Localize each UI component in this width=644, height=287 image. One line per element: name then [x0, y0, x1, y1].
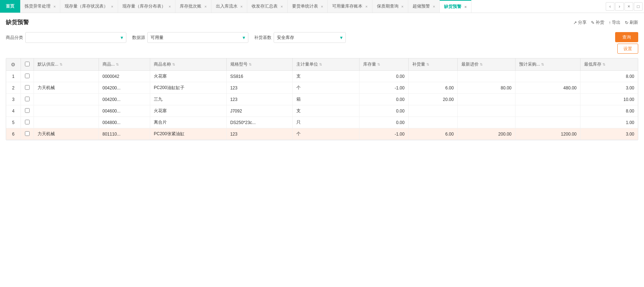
latest-price-sort-icon: ⇅ [480, 62, 483, 66]
tab-expand-button[interactable]: □ [634, 2, 643, 11]
tab-expiry-query[interactable]: 保质期查询 × [373, 0, 408, 13]
tab-close-all-button[interactable]: × [625, 2, 633, 11]
refresh-button[interactable]: ↻ 刷新 [625, 19, 638, 26]
tab-receive-summary[interactable]: 收发存汇总表 × [247, 0, 287, 13]
share-button[interactable]: ↗ 分享 [573, 19, 587, 26]
table-row[interactable]: 3 004200... 三九 123 箱 0.00 20.00 10.00 [6, 94, 638, 105]
tab-defect-handling[interactable]: 拣货异常处理 × [20, 0, 60, 13]
spec-sort-icon: ⇅ [249, 62, 252, 66]
col-estimated-purchase-label: 预计采购... [519, 61, 540, 67]
row-checkbox-cell[interactable] [21, 82, 34, 94]
row-checkbox[interactable] [25, 120, 30, 124]
row-min-stock: 10.00 [580, 94, 638, 105]
category-select[interactable]: ▾ [25, 32, 126, 43]
supplier-sort-icon: ⇅ [60, 62, 62, 66]
table-row[interactable]: 5 004800... 离合片 DS250*23c... 只 0.00 1.00 [6, 117, 638, 128]
col-check[interactable] [21, 58, 34, 71]
select-all-checkbox[interactable] [25, 62, 30, 66]
row-product-code: 004800... [99, 117, 150, 128]
category-filter-group: 商品分类 ▾ [6, 32, 126, 43]
col-supplier[interactable]: 默认供应... ⇅ [34, 58, 99, 71]
replenish-base-filter-group: 补货基数 安全库存 ▾ [254, 32, 346, 43]
row-replenish [408, 71, 457, 82]
table-row[interactable]: 6 力天机械 801110... PC200张紧油缸 123 个 -1.00 6… [6, 128, 638, 140]
tab-batch-account[interactable]: 库存批次账 × [175, 0, 211, 13]
col-latest-price[interactable]: 最新进价 ⇅ [457, 58, 515, 71]
tab-overstock-label: 超储预警 [413, 3, 430, 9]
row-checkbox-cell[interactable] [21, 71, 34, 82]
tab-available-ledger[interactable]: 可用量库存账本 × [328, 0, 372, 13]
tab-inventory-dist-close[interactable]: × [169, 4, 171, 9]
row-checkbox-cell[interactable] [21, 94, 34, 105]
col-gear[interactable]: ⚙ [6, 58, 21, 71]
tab-shortage[interactable]: 缺货预警 × [440, 0, 471, 13]
table-row[interactable]: 2 力天机械 004200... PC200油缸缸子 123 个 -1.00 6… [6, 82, 638, 94]
query-button[interactable]: 查询 [615, 32, 638, 42]
row-replenish [408, 105, 457, 117]
datasource-select[interactable]: 可用量 ▾ [147, 32, 248, 43]
tab-expiry-query-label: 保质期查询 [377, 3, 399, 9]
tab-shortage-label: 缺货预警 [444, 4, 461, 10]
row-checkbox-cell[interactable] [21, 128, 34, 140]
row-product-name: PC200油缸缸子 [150, 82, 226, 94]
row-min-stock: 1.00 [580, 117, 638, 128]
tab-order-stats-close[interactable]: × [321, 4, 323, 9]
row-checkbox[interactable] [25, 97, 30, 101]
datasource-filter-label: 数据源 [132, 35, 145, 41]
tab-receive-summary-close[interactable]: × [280, 4, 283, 9]
tab-inout-flow[interactable]: 出入库流水 × [212, 0, 247, 13]
tab-inout-flow-close[interactable]: × [240, 4, 243, 9]
col-product-code[interactable]: 商品... ⇅ [99, 58, 150, 71]
row-checkbox-cell[interactable] [21, 117, 34, 128]
setting-button[interactable]: 设置 [617, 44, 638, 54]
tab-next-button[interactable]: › [615, 2, 624, 11]
col-replenish[interactable]: 补货量 ⇅ [408, 58, 457, 71]
tab-inventory-status-close[interactable]: × [111, 4, 113, 9]
tab-inventory-status[interactable]: 现存量（库存状况表） × [60, 0, 118, 13]
table-row[interactable]: 4 004600... 火花塞 J7092 支 0.00 8.00 [6, 105, 638, 117]
export-button[interactable]: ↑ 导出 [609, 19, 621, 26]
col-product-name[interactable]: 商品名称 ⇅ [150, 58, 226, 71]
tab-nav-buttons: ‹ › × □ [606, 2, 644, 11]
row-product-name: 火花塞 [150, 71, 226, 82]
datasource-select-value: 可用量 [151, 35, 164, 41]
filter-actions: 查询 设置 [615, 32, 638, 54]
col-stock-label: 库存量 [363, 61, 376, 67]
table-row[interactable]: 1 0000042 火花塞 SS816 支 0.00 8.00 [6, 71, 638, 82]
tab-inout-flow-label: 出入库流水 [216, 3, 238, 9]
col-product-code-label: 商品... [103, 61, 115, 67]
gear-settings-icon[interactable]: ⚙ [11, 62, 16, 67]
row-latest-price [457, 71, 515, 82]
tab-defect-handling-close[interactable]: × [53, 4, 56, 9]
tab-overstock[interactable]: 超储预警 × [408, 0, 440, 13]
tab-prev-button[interactable]: ‹ [606, 2, 614, 11]
refresh-label: 刷新 [630, 19, 638, 26]
col-spec[interactable]: 规格型号 ⇅ [226, 58, 293, 71]
tab-inventory-dist[interactable]: 现存量（库存分布表） × [118, 0, 175, 13]
row-checkbox[interactable] [25, 74, 30, 78]
tab-available-ledger-close[interactable]: × [365, 4, 367, 9]
col-min-stock[interactable]: 最低库存 ⇅ [580, 58, 638, 71]
filter-groups: 商品分类 ▾ 数据源 可用量 ▾ 补货基数 安全库存 ▾ [6, 32, 615, 43]
row-unit: 支 [293, 105, 359, 117]
tab-order-stats[interactable]: 要货单统计表 × [288, 0, 328, 13]
col-unit[interactable]: 主计量单位 ⇅ [293, 58, 359, 71]
row-checkbox[interactable] [25, 131, 30, 136]
tab-shortage-close[interactable]: × [464, 5, 466, 9]
col-stock[interactable]: 库存量 ⇅ [359, 58, 408, 71]
row-checkbox-cell[interactable] [21, 105, 34, 117]
row-stock: 0.00 [359, 105, 408, 117]
tab-expiry-query-close[interactable]: × [401, 4, 404, 9]
col-estimated-purchase[interactable]: 预计采购... ⇅ [515, 58, 580, 71]
row-checkbox[interactable] [25, 108, 30, 113]
replenish-sort-icon: ⇅ [426, 62, 429, 66]
replenish-button[interactable]: ✎ 补货 [591, 19, 604, 26]
row-checkbox[interactable] [25, 85, 30, 90]
replenish-base-value: 安全库存 [277, 35, 294, 41]
tab-overstock-close[interactable]: × [433, 4, 435, 9]
tab-home[interactable]: 首页 [0, 0, 20, 13]
replenish-base-select[interactable]: 安全库存 ▾ [274, 32, 346, 43]
tab-available-ledger-label: 可用量库存账本 [332, 3, 362, 9]
tab-batch-account-close[interactable]: × [204, 4, 206, 9]
row-latest-price: 200.00 [457, 128, 515, 140]
